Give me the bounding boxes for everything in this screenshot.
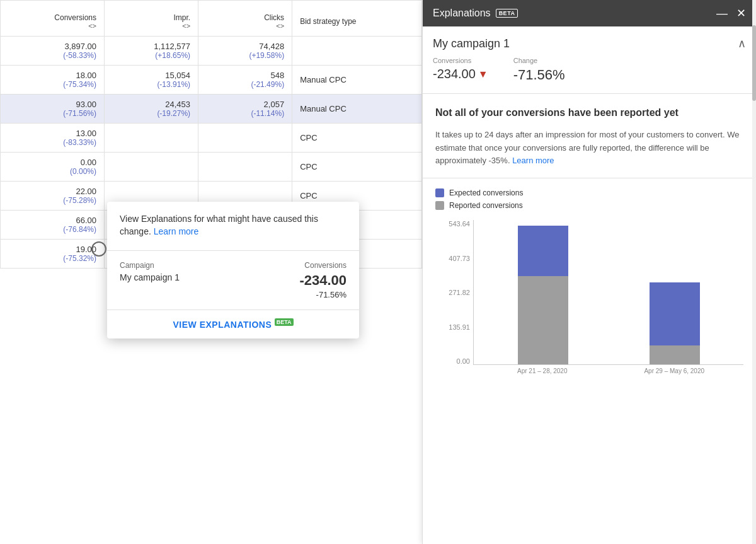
col-header-impr[interactable]: Impr. <> <box>105 1 198 37</box>
warning-learn-more-link[interactable]: Learn more <box>512 156 554 165</box>
impr-value-1: 15,054 <box>112 71 190 80</box>
bar-group-1 <box>618 220 731 364</box>
bar-stack-1 <box>650 282 700 364</box>
legend-item-expected: Expected conversions <box>435 188 743 197</box>
col-header-clicks[interactable]: Clicks <> <box>198 1 292 37</box>
tooltip-campaign-label: Campaign <box>120 261 299 270</box>
panel-campaign-name: My campaign 1 <box>433 37 510 50</box>
bar-expected-0 <box>518 226 568 276</box>
panel-header: Explanations BETA — ✕ <box>423 0 756 26</box>
tooltip-view-label: VIEW EXPLANATIONS <box>173 320 272 330</box>
x-label-1: Apr 29 – May 6, 2020 <box>618 365 731 384</box>
conv-value-6: 66.00 <box>8 216 96 225</box>
minimize-button[interactable]: — <box>716 8 728 19</box>
tooltip-top: View Explanations for what might have ca… <box>107 202 359 251</box>
warning-body: It takes up to 24 days after an impressi… <box>435 129 743 168</box>
cell-conversions-2: 93.00 (-71.56%) <box>1 95 105 124</box>
cell-clicks-1: 548 (-21.49%) <box>198 66 292 95</box>
clicks-value-1: 548 <box>206 71 284 80</box>
col-arrows-conversions[interactable]: <> <box>8 22 96 30</box>
clicks-change-2: (-11.14%) <box>206 109 284 118</box>
col-arrows-clicks[interactable]: <> <box>206 22 284 30</box>
legend-dot-reported <box>435 201 444 210</box>
cell-conversions-5: 22.00 (-75.28%) <box>1 182 105 211</box>
chart-legend: Expected conversions Reported conversion… <box>435 188 743 210</box>
conv-value-0: 3,897.00 <box>8 42 96 51</box>
cell-conversions-6: 66.00 (-76.84%) <box>1 211 105 240</box>
cell-bid-strategy-3: CPC <box>292 124 422 153</box>
conv-change-4: (0.00%) <box>8 167 96 176</box>
conv-value-1: 18.00 <box>8 71 96 80</box>
cell-bid-strategy-0 <box>292 37 422 66</box>
panel-beta-label: BETA <box>496 9 518 18</box>
tooltip-popup: View Explanations for what might have ca… <box>107 202 359 339</box>
cell-clicks-2: 2,057 (-11.14%) <box>198 95 292 124</box>
scrollbar-track[interactable] <box>752 0 756 544</box>
cell-impr-4 <box>105 153 198 182</box>
cell-clicks-4 <box>198 153 292 182</box>
table-row[interactable]: 0.00 (0.00%) CPC <box>1 153 422 182</box>
tooltip-view-btn[interactable]: VIEW EXPLANATIONS BETA <box>107 310 359 339</box>
cell-bid-strategy-4: CPC <box>292 153 422 182</box>
campaign-header-title-row: My campaign 1 ∧ <box>433 37 746 50</box>
cell-impr-2: 24,453 (-19.27%) <box>105 95 198 124</box>
x-label-0: Apr 21 – 28, 2020 <box>486 365 599 384</box>
conv-value-7: 19.00 <box>8 245 96 254</box>
panel-title: Explanations <box>433 8 491 19</box>
close-button[interactable]: ✕ <box>736 8 746 19</box>
bar-group-0 <box>486 220 599 364</box>
cell-bid-strategy-2: Manual CPC <box>292 95 422 124</box>
col-arrows-impr[interactable]: <> <box>112 22 190 30</box>
scrollbar-thumb[interactable] <box>752 25 756 101</box>
y-label-1: 407.73 <box>435 255 470 262</box>
campaign-header: My campaign 1 ∧ Conversions -234.00 ▼ Ch… <box>423 26 756 94</box>
tooltip-beta-badge: BETA <box>275 318 294 326</box>
col-label-bid-strategy: Bid strategy type <box>300 17 356 26</box>
cell-impr-0: 1,112,577 (+18.65%) <box>105 37 198 66</box>
chart-x-labels: Apr 21 – 28, 2020Apr 29 – May 6, 2020 <box>473 365 743 384</box>
tooltip-conversions-value: -234.00 <box>299 272 346 289</box>
tooltip-campaign-name: My campaign 1 <box>120 272 299 282</box>
stat-change-value: -71.56% <box>513 67 565 83</box>
impr-change-2: (-19.27%) <box>112 109 190 118</box>
conv-change-2: (-71.56%) <box>8 109 96 118</box>
y-label-4: 0.00 <box>435 357 470 365</box>
panel-title-row: Explanations BETA <box>433 8 518 19</box>
y-label-0: 543.64 <box>435 220 470 228</box>
explanations-panel: Explanations BETA — ✕ My campaign 1 ∧ Co… <box>422 0 756 544</box>
stat-conversions-value: -234.00 ▼ <box>433 67 488 81</box>
col-header-bid-strategy[interactable]: Bid strategy type <box>292 1 422 37</box>
tooltip-learn-more-link[interactable]: Learn more <box>154 226 199 236</box>
cell-conversions-1: 18.00 (-75.34%) <box>1 66 105 95</box>
cell-impr-3 <box>105 124 198 153</box>
table-row[interactable]: 18.00 (-75.34%) 15,054 (-13.91%) 548 (-2… <box>1 66 422 95</box>
cell-conversions-7: 19.00 (-75.32%) <box>1 240 105 269</box>
clicks-change-0: (+19.58%) <box>206 51 284 60</box>
tooltip-conversions-pct: -71.56% <box>299 290 346 299</box>
tooltip-campaign-info: Campaign My campaign 1 <box>120 261 299 282</box>
y-label-2: 271.82 <box>435 289 470 296</box>
table-row[interactable]: 93.00 (-71.56%) 24,453 (-19.27%) 2,057 (… <box>1 95 422 124</box>
tooltip-conversion-info: Conversions -234.00 -71.56% <box>299 261 346 299</box>
legend-item-reported: Reported conversions <box>435 201 743 210</box>
cell-bid-strategy-1: Manual CPC <box>292 66 422 95</box>
legend-dot-expected <box>435 188 444 197</box>
table-row[interactable]: 3,897.00 (-58.33%) 1,112,577 (+18.65%) 7… <box>1 37 422 66</box>
chart-bars-area <box>473 220 743 365</box>
conv-change-1: (-75.34%) <box>8 80 96 89</box>
cell-conversions-4: 0.00 (0.00%) <box>1 153 105 182</box>
col-header-conversions[interactable]: Conversions <> <box>1 1 105 37</box>
conv-change-0: (-58.33%) <box>8 51 96 60</box>
cell-conversions-0: 3,897.00 (-58.33%) <box>1 37 105 66</box>
stat-conversions-number: -234.00 <box>433 67 476 81</box>
table-row[interactable]: 13.00 (-83.33%) CPC <box>1 124 422 153</box>
stat-change-label: Change <box>513 57 565 64</box>
col-label-clicks: Clicks <box>264 13 284 22</box>
tooltip-bottom-section: Campaign My campaign 1 Conversions -234.… <box>107 251 359 310</box>
impr-value-0: 1,112,577 <box>112 42 190 51</box>
impr-change-1: (-13.91%) <box>112 80 190 89</box>
conv-change-5: (-75.28%) <box>8 196 96 205</box>
chart-section: Expected conversions Reported conversion… <box>423 178 756 394</box>
chevron-up-icon[interactable]: ∧ <box>738 37 746 50</box>
stat-conversions-label: Conversions <box>433 57 488 64</box>
